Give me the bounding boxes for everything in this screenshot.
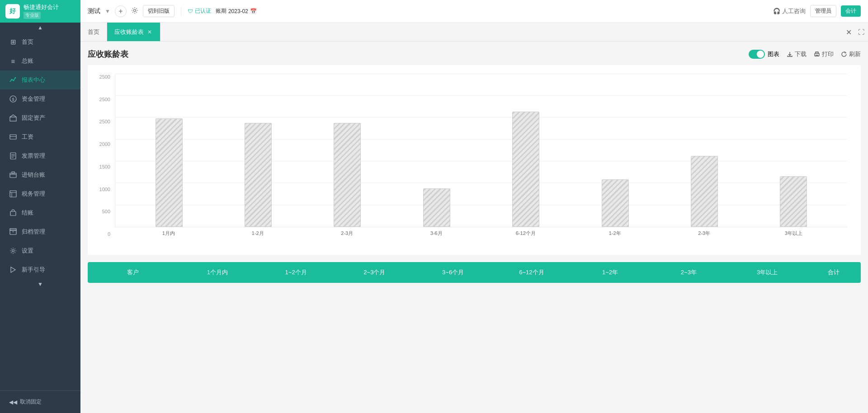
- divider: [181, 7, 181, 16]
- tabbar: 首页 应收账龄表 ✕ ✕ ⛶: [80, 23, 868, 42]
- project-dropdown-icon[interactable]: ▼: [105, 8, 110, 14]
- logo-sub: 专业版: [24, 12, 41, 19]
- y-label-500: 500: [97, 209, 110, 214]
- tab-home[interactable]: 首页: [80, 23, 107, 41]
- bar-2-3m: [334, 123, 361, 227]
- print-button[interactable]: 打印: [814, 50, 834, 58]
- chart-container: 0 500 1000 1500 2000 2500 2500 2500: [88, 65, 861, 255]
- bar-group-1-2m: [245, 123, 272, 227]
- sidebar-item-label: 进销台账: [22, 171, 45, 179]
- sidebar-item-archive[interactable]: 归档管理: [0, 222, 80, 241]
- svg-point-1: [13, 80, 14, 81]
- calendar-icon[interactable]: 📅: [250, 8, 257, 14]
- bar-group-2-3y: [691, 156, 718, 227]
- cancel-fixed-button[interactable]: ◀◀ 取消固定: [5, 395, 76, 408]
- chart-body: 1月内 1-2月 2-3月 3-6月 6-12个月 1-2年 2-3年 3年以上: [115, 74, 847, 237]
- help-label: 人工咨询: [782, 7, 806, 15]
- svg-point-2: [15, 77, 16, 79]
- bar-group-1m: [156, 118, 183, 227]
- sidebar-item-close[interactable]: 结账: [0, 203, 80, 222]
- x-label-2-3m: 2-3月: [334, 230, 361, 237]
- bar-1m: [156, 118, 183, 227]
- svg-rect-5: [10, 117, 16, 121]
- th-total: 合计: [807, 262, 861, 283]
- sidebar-item-inventory[interactable]: 进销台账: [0, 165, 80, 184]
- download-button[interactable]: 下载: [787, 50, 807, 58]
- old-version-button[interactable]: 切到旧版: [143, 5, 175, 17]
- sidebar-item-tax[interactable]: 税务管理: [0, 184, 80, 203]
- table-header: 客户 1个月内 1~2个月 2~3个月 3~6个月 6~12个月 1~2年 2~…: [88, 262, 861, 283]
- salary-icon: [9, 133, 17, 141]
- svg-rect-14: [10, 191, 16, 197]
- y-label-2500a: 2500: [97, 119, 110, 124]
- reports-icon: [9, 76, 17, 84]
- invoice-icon: [9, 152, 17, 160]
- bar-group-6-12m: [512, 112, 539, 227]
- svg-text:$: $: [12, 97, 14, 102]
- print-icon: [814, 51, 820, 57]
- refresh-label: 刷新: [849, 50, 861, 58]
- sidebar-item-label: 税务管理: [22, 190, 45, 198]
- accountant-button[interactable]: 会计: [841, 5, 861, 17]
- y-label-2500b: 2500: [97, 97, 110, 102]
- sidebar-item-guide[interactable]: 新手引导: [0, 260, 80, 279]
- sidebar-item-salary[interactable]: 工资: [0, 127, 80, 146]
- toggle-track[interactable]: [749, 50, 765, 59]
- help-button[interactable]: 🎧 人工咨询: [773, 7, 806, 15]
- sidebar-item-label: 资金管理: [22, 95, 45, 103]
- sidebar-item-funds[interactable]: $ 资金管理: [0, 89, 80, 108]
- th-3y-plus: 3年以上: [728, 262, 807, 283]
- page-actions: 图表 下载 打印 刷新: [749, 50, 861, 59]
- refresh-button[interactable]: 刷新: [841, 50, 861, 58]
- svg-point-0: [11, 79, 13, 80]
- chart-toggle[interactable]: 图表: [749, 50, 779, 59]
- scroll-up-arrow[interactable]: ▲: [0, 23, 80, 33]
- th-customer: 客户: [88, 262, 178, 283]
- sidebar-item-home[interactable]: ⊞ 首页: [0, 33, 80, 52]
- window-expand-icon[interactable]: ⛶: [858, 28, 864, 36]
- sidebar-item-reports[interactable]: 报表中心: [0, 70, 80, 89]
- y-label-1000: 1000: [97, 187, 110, 192]
- x-labels: 1月内 1-2月 2-3月 3-6月 6-12个月 1-2年 2-3年 3年以上: [115, 227, 847, 237]
- main-area: 测试 ▼ + 切到旧版 🛡 已认证 账期 2023-02 📅 🎧 人工咨询 管理…: [80, 0, 868, 413]
- y-label-2000: 2000: [97, 141, 110, 147]
- logo-icon: 好: [5, 4, 20, 19]
- tab-home-label: 首页: [88, 28, 99, 36]
- close-accounts-icon: [9, 209, 17, 217]
- refresh-icon: [841, 51, 847, 57]
- tab-close-icon[interactable]: ✕: [146, 28, 153, 36]
- sidebar-item-ledger[interactable]: ≡ 总账: [0, 52, 80, 70]
- x-label-1m: 1月内: [155, 230, 182, 237]
- bar-group-3-6m: [423, 188, 450, 227]
- bar-group-3y-plus: [780, 176, 807, 227]
- sidebar-bottom: ◀◀ 取消固定: [0, 390, 80, 413]
- manager-button[interactable]: 管理员: [810, 5, 836, 17]
- sidebar-item-label: 归档管理: [22, 228, 45, 236]
- chart-grid: [115, 74, 847, 227]
- sidebar-item-label: 总账: [22, 57, 33, 65]
- scroll-down-arrow[interactable]: ▼: [0, 279, 80, 289]
- sidebar-item-label: 设置: [22, 247, 33, 255]
- bars-wrapper: [115, 74, 847, 227]
- sidebar-item-assets[interactable]: 固定资产: [0, 108, 80, 127]
- th-6-12m: 6~12个月: [492, 262, 571, 283]
- certified-label: 已认证: [195, 7, 211, 15]
- svg-point-21: [12, 250, 14, 252]
- sidebar-item-settings[interactable]: 设置: [0, 241, 80, 260]
- add-project-button[interactable]: +: [115, 5, 127, 17]
- window-close-icon[interactable]: ✕: [846, 28, 852, 36]
- settings-icon: [9, 247, 17, 255]
- sidebar-item-invoice[interactable]: 发票管理: [0, 146, 80, 165]
- x-label-1-2m: 1-2月: [244, 230, 271, 237]
- tab-ar-aging[interactable]: 应收账龄表 ✕: [107, 23, 160, 41]
- y-axis: 0 500 1000 1500 2000 2500 2500 2500: [97, 74, 115, 237]
- period-value: 2023-02: [228, 8, 248, 14]
- y-label-2500c: 2500: [97, 74, 110, 80]
- download-icon: [787, 51, 793, 57]
- th-3-6m: 3~6个月: [414, 262, 492, 283]
- settings-gear-icon[interactable]: [131, 7, 138, 16]
- table-container: 客户 1个月内 1~2个月 2~3个月 3~6个月 6~12个月 1~2年 2~…: [88, 262, 861, 283]
- x-label-6-12m: 6-12个月: [512, 230, 539, 237]
- ledger-icon: ≡: [9, 57, 17, 65]
- bar-3y-plus: [780, 176, 807, 227]
